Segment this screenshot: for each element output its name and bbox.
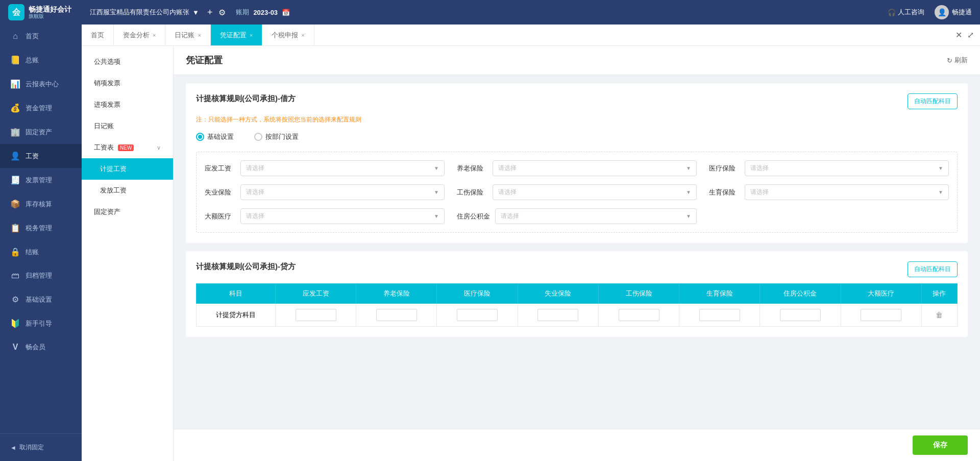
- input-ylbx2[interactable]: [457, 309, 498, 321]
- logo-sub-text: 旗舰版: [29, 13, 71, 19]
- field-sybx2: 生育保险 请选择 ▼: [709, 184, 949, 200]
- sidebar-item-archive[interactable]: 🗃 归档管理: [0, 264, 82, 287]
- cell-sybx2[interactable]: [679, 304, 760, 327]
- select-ylbx2[interactable]: 请选择 ▼: [745, 160, 949, 176]
- close-tab-icon[interactable]: ✕: [955, 30, 962, 40]
- tab-journal[interactable]: 日记账 ×: [165, 25, 210, 45]
- salary-icon: 👤: [10, 151, 20, 161]
- sidebar-item-salary[interactable]: 👤 工资: [0, 144, 82, 168]
- nav-item-purchase[interactable]: 进项发票: [82, 94, 173, 115]
- select-zfgjj[interactable]: 请选择 ▼: [495, 208, 697, 224]
- select-sybx2[interactable]: 请选择 ▼: [745, 184, 949, 200]
- sidebar-item-ledger[interactable]: 📒 总账: [0, 48, 82, 72]
- add-icon[interactable]: +: [207, 7, 213, 18]
- select-sybx[interactable]: 请选择 ▼: [240, 184, 445, 200]
- cell-ylbx2[interactable]: [437, 304, 518, 327]
- nav-item-salary-table[interactable]: 工资表 NEW ∨: [82, 137, 173, 158]
- input-sybx[interactable]: [537, 309, 578, 321]
- input-sybx2[interactable]: [699, 309, 740, 321]
- tab-tax[interactable]: 个税申报 ×: [262, 25, 314, 45]
- sidebar-item-member[interactable]: V 畅会员: [0, 335, 82, 359]
- cell-zfgjj[interactable]: [760, 304, 841, 327]
- cell-ylbx[interactable]: [356, 304, 437, 327]
- label-ylbx2: 医疗保险: [709, 164, 740, 173]
- label-sybx: 失业保险: [205, 188, 235, 197]
- logo: 会 畅捷通好会计 旗舰版: [8, 4, 90, 20]
- sidebar-item-reports[interactable]: 📊 云报表中心: [0, 72, 82, 96]
- top-bar: 会 畅捷通好会计 旗舰版 江西服宝精品有限责任公司内账张 ▼ + ⚙ 账期 20…: [0, 0, 980, 25]
- save-button[interactable]: 保存: [913, 435, 968, 455]
- sidebar-item-invoice[interactable]: 🧾 发票管理: [0, 168, 82, 192]
- input-deyly[interactable]: [861, 309, 901, 321]
- input-gsbx[interactable]: [619, 309, 659, 321]
- refresh-button[interactable]: ↻ 刷新: [947, 56, 968, 65]
- select-yfgz[interactable]: 请选择 ▼: [240, 160, 445, 176]
- col-sybx: 失业保险: [518, 284, 598, 304]
- radio-basic[interactable]: 基础设置: [196, 132, 234, 141]
- select-sybx-placeholder: 请选择: [246, 188, 264, 197]
- arrow-sybx2: ▼: [938, 189, 943, 195]
- nav-label-journal: 日记账: [94, 122, 114, 131]
- nav-item-pay-salary[interactable]: 发放工资: [82, 180, 173, 201]
- sidebar-item-close[interactable]: 🔒 结账: [0, 240, 82, 264]
- nav-item-public[interactable]: 公共选项: [82, 51, 173, 72]
- cancel-fixed-button[interactable]: ◄ 取消固定: [5, 439, 77, 456]
- service-button[interactable]: 🎧 人工咨询: [888, 8, 924, 17]
- select-ylbx[interactable]: 请选择 ▼: [493, 160, 697, 176]
- field-deyly: 大额医疗 请选择 ▼: [205, 208, 445, 224]
- credit-section-header: 计提核算规则(公司承担)-贷方 自动匹配科目: [196, 261, 958, 277]
- sidebar-item-settings[interactable]: ⚙ 基础设置: [0, 287, 82, 311]
- main-panel: 凭证配置 ↻ 刷新 计提核算规则(公司承担)-借方 自动匹配科目 注：只能选择一…: [174, 46, 980, 461]
- sidebar-item-funds[interactable]: 💰 资金管理: [0, 96, 82, 120]
- delete-row-button[interactable]: 🗑: [936, 311, 943, 319]
- sidebar-item-tax[interactable]: 📋 税务管理: [0, 216, 82, 240]
- select-deyly[interactable]: 请选择 ▼: [240, 208, 445, 224]
- calendar-icon[interactable]: 📅: [282, 9, 290, 16]
- company-name: 江西服宝精品有限责任公司内账张: [90, 8, 189, 17]
- period-value[interactable]: 2023-03: [253, 9, 278, 16]
- expand-icon[interactable]: ⤢: [967, 30, 974, 40]
- user-info[interactable]: 👤 畅捷通: [935, 5, 972, 19]
- cell-gsbx[interactable]: [598, 304, 679, 327]
- tab-voucher[interactable]: 凭证配置 ×: [211, 25, 262, 45]
- label-zfgjj: 住房公积金: [457, 212, 490, 221]
- cell-yfgz[interactable]: [275, 304, 356, 327]
- credit-auto-match-button[interactable]: 自动匹配科目: [908, 261, 958, 277]
- company-selector[interactable]: 江西服宝精品有限责任公司内账张 ▼: [90, 8, 199, 17]
- field-ylbx2: 医疗保险 请选择 ▼: [709, 160, 949, 176]
- tab-home[interactable]: 首页: [82, 25, 114, 45]
- sidebar-label-reports: 云报表中心: [26, 80, 59, 89]
- input-ylbx[interactable]: [376, 309, 417, 321]
- tab-journal-close[interactable]: ×: [198, 32, 201, 38]
- nav-item-calc-salary[interactable]: 计提工资: [82, 158, 173, 180]
- col-subject: 科目: [197, 284, 276, 304]
- tab-finance[interactable]: 资金分析 ×: [114, 25, 165, 45]
- nav-item-journal[interactable]: 日记账: [82, 115, 173, 137]
- sidebar-item-home[interactable]: ⌂ 首页: [0, 25, 82, 48]
- select-ylbx-placeholder: 请选择: [498, 164, 517, 173]
- save-footer: 保存: [174, 429, 980, 461]
- tab-tax-close[interactable]: ×: [301, 32, 304, 38]
- cancel-fixed-label: 取消固定: [19, 443, 44, 452]
- nav-item-fixed-assets[interactable]: 固定资产: [82, 201, 173, 223]
- sidebar-item-assets[interactable]: 🏢 固定资产: [0, 120, 82, 144]
- sidebar-item-inventory[interactable]: 📦 库存核算: [0, 192, 82, 216]
- sidebar-item-guide[interactable]: 🔰 新手引导: [0, 311, 82, 335]
- tab-finance-close[interactable]: ×: [153, 32, 156, 38]
- input-yfgz[interactable]: [296, 309, 336, 321]
- tab-voucher-close[interactable]: ×: [250, 32, 253, 38]
- arrow-ylbx: ▼: [686, 165, 691, 171]
- debit-auto-match-button[interactable]: 自动匹配科目: [908, 93, 958, 109]
- sidebar: ⌂ 首页 📒 总账 📊 云报表中心 💰 资金管理 🏢 固定资产 👤 工资 🧾 发…: [0, 25, 82, 461]
- input-zfgjj[interactable]: [780, 309, 821, 321]
- logo-main-text: 畅捷通好会计: [29, 5, 71, 14]
- radio-dept[interactable]: 按部门设置: [254, 132, 299, 141]
- col-zfgjj: 住房公积金: [760, 284, 841, 304]
- tab-tax-label: 个税申报: [272, 31, 298, 40]
- cell-sybx[interactable]: [518, 304, 598, 327]
- nav-item-sales[interactable]: 销项发票: [82, 72, 173, 94]
- select-gsbx[interactable]: 请选择 ▼: [493, 184, 697, 200]
- label-deyly: 大额医疗: [205, 212, 235, 221]
- cell-deyly[interactable]: [841, 304, 921, 327]
- settings-icon[interactable]: ⚙: [218, 8, 226, 17]
